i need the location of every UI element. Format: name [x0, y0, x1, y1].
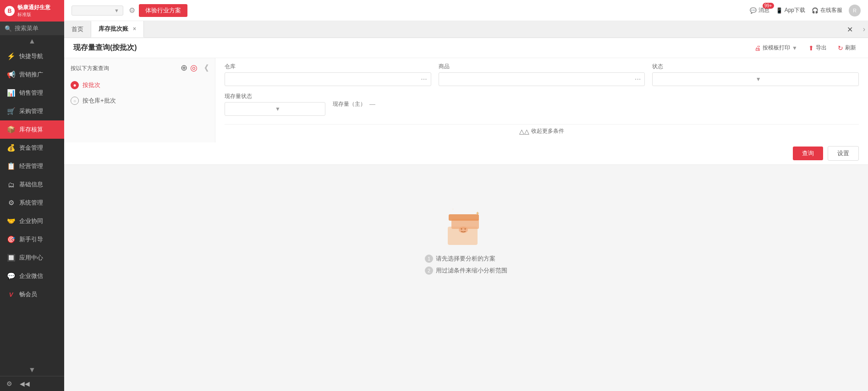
print-btn[interactable]: 🖨 按模板打印 ▼: [752, 43, 800, 53]
collapse-panel-icon[interactable]: 《: [200, 63, 209, 74]
settings-icon[interactable]: ⚙: [6, 380, 12, 387]
app-logo: B: [5, 6, 15, 16]
scheme-batch-label: 按批次: [82, 81, 100, 89]
topbar-gear-icon[interactable]: ⚙: [129, 6, 135, 15]
panel-expand-btn[interactable]: ›: [860, 22, 868, 37]
svg-point-5: [465, 228, 466, 230]
warehouse-input[interactable]: [229, 76, 421, 82]
warehouse-more-icon[interactable]: ···: [421, 75, 427, 83]
user-avatar[interactable]: R: [849, 5, 861, 16]
inventory-status-select[interactable]: ▼: [225, 102, 325, 116]
sidebar-item-operations[interactable]: 📋 经营管理: [0, 157, 64, 175]
sidebar-item-quick-nav[interactable]: ⚡ 快捷导航: [0, 47, 64, 65]
product-more-icon[interactable]: ···: [635, 75, 641, 83]
svg-text:✦: ✦: [475, 210, 480, 217]
quick-nav-icon: ⚡: [6, 52, 16, 61]
settings-btn[interactable]: 设置: [828, 146, 859, 161]
trial-btn[interactable]: 体验行业方案: [139, 4, 187, 17]
search-menu-btn[interactable]: 🔍 搜索菜单: [0, 22, 64, 35]
add-scheme-icon[interactable]: ⊕: [181, 63, 187, 74]
refresh-label: 刷新: [845, 44, 856, 52]
scheme-warehouse-batch[interactable]: ○ 按仓库+批次: [64, 93, 215, 109]
sidebar-item-member[interactable]: V 畅会员: [0, 285, 64, 304]
sidebar-scroll-up[interactable]: ▲: [0, 35, 64, 47]
sidebar-item-purchase[interactable]: 🛒 采购管理: [0, 102, 64, 120]
search-menu-label: 搜索菜单: [15, 24, 38, 33]
refresh-icon: ↻: [838, 44, 843, 52]
collapse-sidebar-btn[interactable]: ◀◀: [20, 380, 30, 387]
product-field: 商品 ···: [439, 63, 645, 86]
product-label: 商品: [439, 63, 645, 71]
product-input[interactable]: [443, 76, 635, 82]
purchase-icon: 🛒: [6, 107, 16, 116]
sidebar: B 畅康通好生意 标准版 🔍 搜索菜单 ▲ ⚡ 快捷导航 📢 营销推广 📊 销售…: [0, 0, 64, 391]
empty-svg: ✦ ·: [443, 201, 489, 247]
sidebar-item-enterprise[interactable]: 🤝 企业协同: [0, 212, 64, 230]
sidebar-item-inventory[interactable]: 📦 库存核算: [0, 120, 64, 139]
export-label: 导出: [816, 44, 827, 52]
tab-home-label: 首页: [71, 25, 83, 33]
page-content: 现存量查询(按批次) 🖨 按模板打印 ▼ ⬆ 导出 ↻ 刷新: [64, 38, 868, 391]
sales-icon: 📊: [6, 88, 16, 98]
warehouse-label: 仓库: [225, 63, 431, 71]
scheme-batch[interactable]: ● 按批次: [64, 77, 215, 93]
online-service-label: 在线客服: [820, 6, 842, 14]
tip-num-1: 1: [425, 255, 433, 263]
sidebar-item-basic[interactable]: 🗂 基础信息: [0, 175, 64, 194]
panel-close-btn[interactable]: ✕: [840, 22, 860, 38]
app-download-label: App下载: [785, 6, 805, 14]
tabbar: 首页 库存批次账 × ✕ ›: [64, 21, 868, 38]
refresh-btn[interactable]: ↻ 刷新: [835, 43, 859, 53]
search-icon: 🔍: [5, 25, 12, 32]
svg-text:·: ·: [452, 206, 454, 212]
operations-icon: 📋: [6, 162, 16, 171]
company-name: 畅康通好生意: [17, 4, 50, 11]
status-select[interactable]: ▼: [652, 72, 859, 86]
product-input-wrap[interactable]: ···: [439, 72, 645, 86]
inventory-qty-label: 现存量（主）: [333, 100, 366, 108]
export-btn[interactable]: ⬆ 导出: [806, 43, 830, 53]
sidebar-item-label: 库存核算: [19, 125, 43, 134]
collapse-more-btn[interactable]: △△ 收起更多条件: [225, 124, 859, 138]
empty-tip-1: 1 请先选择要分析的方案: [425, 255, 507, 263]
sidebar-scroll-down[interactable]: ▼: [0, 364, 64, 376]
app-download-btn[interactable]: 📱 App下载: [776, 6, 805, 14]
empty-tips: 1 请先选择要分析的方案 2 用过滤条件来缩小分析范围: [425, 255, 507, 275]
sidebar-item-apps[interactable]: 🔲 应用中心: [0, 249, 64, 267]
query-btn[interactable]: 查询: [793, 147, 823, 160]
tab-home[interactable]: 首页: [64, 22, 91, 37]
tab-close-btn[interactable]: ×: [133, 26, 136, 32]
warehouse-input-wrap[interactable]: ···: [225, 72, 431, 86]
messages-btn[interactable]: 💬 消息 99+: [750, 6, 769, 14]
sidebar-item-label: 销售管理: [19, 89, 43, 97]
sidebar-footer: ⚙ ◀◀: [0, 376, 64, 391]
print-dropdown-icon[interactable]: ▼: [792, 45, 797, 51]
basic-icon: 🗂: [6, 180, 16, 189]
message-icon: 💬: [750, 7, 757, 14]
sidebar-item-label: 企业微信: [19, 272, 43, 280]
scheme-settings-icon[interactable]: ◎: [190, 63, 198, 74]
sidebar-item-finance[interactable]: 💰 资金管理: [0, 139, 64, 157]
filter-section-title: 按以下方案查询: [71, 65, 109, 72]
action-bar: 查询 设置: [64, 142, 868, 165]
export-icon: ⬆: [808, 44, 814, 52]
sidebar-item-sales[interactable]: 📊 销售管理: [0, 84, 64, 102]
filter-right-panel: 仓库 ··· 商品 ··· 状态: [215, 58, 868, 142]
tab-inventory-batch[interactable]: 库存批次账 ×: [91, 21, 144, 38]
inventory-status-field: 现存量状态 ▼: [225, 92, 325, 116]
sidebar-item-marketing[interactable]: 📢 营销推广: [0, 65, 64, 84]
sidebar-item-label: 经营管理: [19, 162, 43, 170]
online-service-btn[interactable]: 🎧 在线客服: [812, 6, 842, 14]
sidebar-item-system[interactable]: ⚙ 系统管理: [0, 194, 64, 212]
sidebar-item-label: 采购管理: [19, 107, 43, 115]
message-badge: 99+: [763, 3, 774, 9]
sidebar-item-wechat[interactable]: 💬 企业微信: [0, 267, 64, 285]
topbar-search-group[interactable]: ▼: [71, 5, 123, 16]
collapse-label: 收起更多条件: [531, 127, 564, 135]
topbar-search-input[interactable]: [76, 7, 112, 14]
sidebar-item-newbie[interactable]: 🎯 新手引导: [0, 230, 64, 249]
scheme-warehouse-batch-icon: ○: [71, 97, 79, 105]
print-label: 按模板打印: [763, 44, 790, 52]
page-title: 现存量查询(按批次): [73, 43, 137, 53]
topbar-chevron-icon[interactable]: ▼: [114, 8, 119, 13]
